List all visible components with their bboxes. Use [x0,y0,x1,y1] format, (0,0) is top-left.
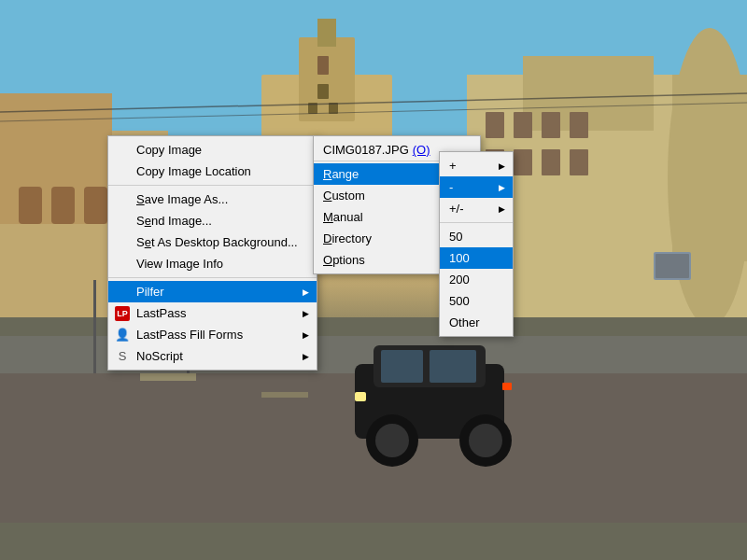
svg-rect-19 [570,112,588,138]
range-plusminus-arrow: ▶ [499,204,505,214]
view-image-info-label: View Image Info [136,257,298,271]
svg-rect-40 [502,383,512,390]
svg-rect-4 [317,19,336,47]
val-500-item[interactable]: 500 [440,290,513,312]
range-separator [440,222,513,223]
svg-rect-41 [93,280,96,373]
svg-rect-17 [514,112,532,138]
svg-rect-39 [355,392,366,401]
range-plusminus-label: +/- [449,202,464,216]
svg-rect-18 [542,112,560,138]
noscript-label: NoScript [136,349,298,363]
svg-rect-16 [486,112,504,138]
copy-image-location-label: Copy Image Location [136,164,298,178]
svg-point-38 [469,424,502,457]
cimg-filename: CIMG0187.JPG [323,143,409,157]
svg-rect-11 [19,187,42,224]
range-minus-item[interactable]: - ▶ [440,176,513,198]
separator-1 [108,185,317,186]
pilfer-label: Pilfer [136,285,298,299]
val-other-item[interactable]: Other [440,312,513,333]
save-image-as-label: Save Image As... [136,192,298,206]
range-plus-label: + [449,159,457,173]
svg-rect-6 [317,84,329,99]
svg-rect-30 [261,392,308,398]
separator-2 [108,277,317,278]
val-200-label: 200 [449,273,470,287]
send-image-item[interactable]: Send Image... [108,210,317,231]
set-desktop-label: Set As Desktop Background... [136,235,298,249]
svg-rect-13 [84,187,107,224]
svg-rect-46 [655,254,689,278]
val-50-item[interactable]: 50 [440,226,513,247]
svg-rect-33 [381,350,423,383]
lastpass-fill-label: LastPass Fill Forms [136,328,298,342]
svg-rect-29 [140,373,196,381]
copy-image-location-item[interactable]: Copy Image Location [108,161,317,182]
copy-image-label: Copy Image [136,143,298,157]
noscript-item[interactable]: S NoScript [108,345,317,367]
pilfer-item[interactable]: Pilfer [108,281,317,302]
svg-rect-12 [51,187,75,224]
lastpass-fill-icon: 👤 [114,327,131,343]
val-200-item[interactable]: 200 [440,269,513,290]
svg-point-36 [375,424,409,457]
send-image-label: Send Image... [136,214,298,228]
save-image-as-item[interactable]: Save Image As... [108,189,317,210]
noscript-icon: S [114,348,131,365]
set-desktop-item[interactable]: Set As Desktop Background... [108,231,317,253]
range-minus-arrow: ▶ [499,183,505,192]
lastpass-label: LastPass [136,306,298,320]
lastpass-item[interactable]: LP LastPass [108,302,317,324]
svg-rect-22 [542,149,560,175]
val-other-label: Other [449,315,480,329]
range-plus-arrow: ▶ [499,161,505,171]
svg-rect-34 [430,350,476,383]
context-menu: Copy Image Copy Image Location Save Imag… [107,135,317,371]
svg-rect-3 [299,37,355,121]
svg-rect-21 [514,149,532,175]
view-image-info-item[interactable]: View Image Info [108,253,317,274]
cimg-link[interactable]: (O) [413,143,430,157]
svg-rect-5 [317,56,329,75]
val-50-label: 50 [449,230,462,244]
range-minus-label: - [449,180,453,194]
val-100-item[interactable]: 100 [440,247,513,269]
copy-image-item[interactable]: Copy Image [108,139,317,161]
val-100-label: 100 [449,251,470,265]
lastpass-icon: LP [114,305,131,322]
range-plusminus-item[interactable]: +/- ▶ [440,198,513,219]
range-plus-item[interactable]: + ▶ [440,155,513,176]
lastpass-fill-item[interactable]: 👤 LastPass Fill Forms [108,324,317,345]
svg-rect-23 [570,149,588,175]
range-submenu: + ▶ - ▶ +/- ▶ 50 100 200 500 Other [439,151,514,337]
val-500-label: 500 [449,294,470,308]
